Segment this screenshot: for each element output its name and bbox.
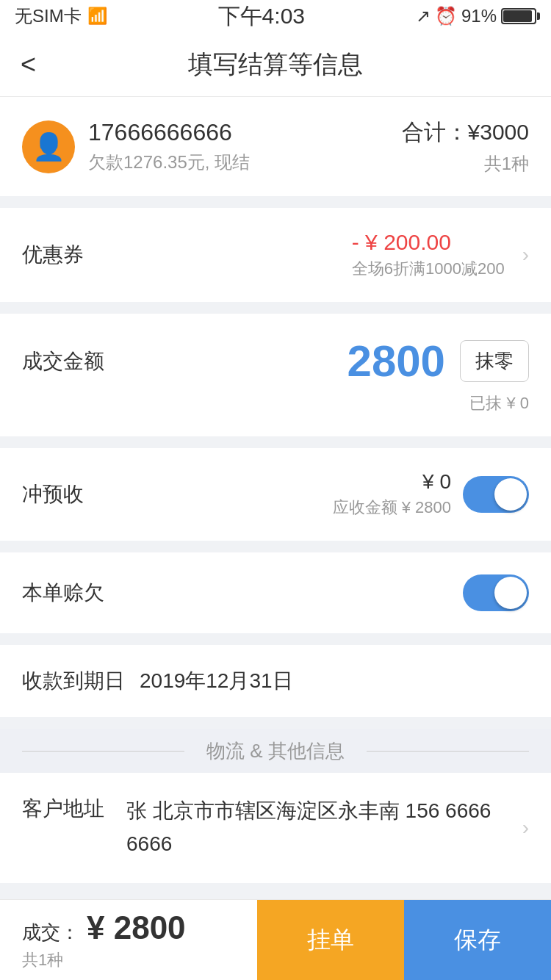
wifi-icon: 📶 bbox=[87, 7, 107, 26]
customer-right: 合计：¥3000 共1种 bbox=[402, 118, 529, 176]
customer-info: 17666666666 欠款1276.35元, 现结 bbox=[88, 119, 250, 174]
round-button[interactable]: 抹零 bbox=[460, 340, 529, 382]
prepay-amount: ¥ 0 bbox=[333, 470, 451, 494]
nav-bar: < 填写结算等信息 bbox=[0, 32, 551, 97]
save-button[interactable]: 保存 bbox=[404, 900, 551, 981]
avatar: 👤 bbox=[22, 120, 75, 173]
divider-line-left bbox=[22, 751, 184, 752]
address-value: 张 北京市市辖区海淀区永丰南 156 6666 6666 bbox=[126, 795, 515, 861]
bottom-deal-count: 共1种 bbox=[22, 949, 235, 971]
address-chevron-icon: › bbox=[522, 816, 529, 840]
status-left: 无SIM卡 📶 bbox=[15, 4, 107, 28]
total-amount: 合计：¥3000 bbox=[402, 118, 529, 148]
deal-amount: 2800 bbox=[347, 336, 445, 386]
total-count: 共1种 bbox=[402, 152, 529, 176]
debt-label: 本单赊欠 bbox=[22, 579, 104, 607]
deal-sub: 已抹 ¥ 0 bbox=[22, 392, 529, 414]
duedate-value: 2019年12月31日 bbox=[140, 667, 293, 695]
coupon-discount: - ¥ 200.00 bbox=[352, 230, 505, 255]
prepay-toggle[interactable] bbox=[463, 476, 529, 513]
chevron-right-icon: › bbox=[522, 243, 529, 267]
divider-line-right bbox=[367, 751, 529, 752]
prepay-sub: 应收金额 ¥ 2800 bbox=[333, 497, 451, 519]
deal-section: 成交金额 2800 抹零 已抹 ¥ 0 bbox=[0, 314, 551, 436]
alarm-icon: ⏰ bbox=[435, 6, 457, 26]
deal-label: 成交金额 bbox=[22, 347, 104, 375]
status-time: 下午4:03 bbox=[218, 1, 305, 32]
prepay-right: ¥ 0 应收金额 ¥ 2800 bbox=[333, 470, 529, 519]
coupon-section: 优惠券 - ¥ 200.00 全场6折满1000减200 › bbox=[0, 208, 551, 302]
status-bar: 无SIM卡 📶 下午4:03 ↗ ⏰ 91% bbox=[0, 0, 551, 32]
prepay-label: 冲预收 bbox=[22, 480, 84, 508]
coupon-right: - ¥ 200.00 全场6折满1000减200 › bbox=[352, 230, 529, 280]
debt-section: 本单赊欠 bbox=[0, 552, 551, 633]
bottom-deal-row: 成交： ¥ 2800 bbox=[22, 909, 235, 946]
debt-toggle-knob bbox=[494, 577, 527, 609]
deal-value-wrap: 2800 抹零 bbox=[347, 336, 529, 386]
toggle-knob bbox=[494, 478, 527, 511]
location-icon: ↗ bbox=[416, 6, 431, 26]
prepay-amount-wrap: ¥ 0 应收金额 ¥ 2800 bbox=[333, 470, 451, 519]
coupon-row[interactable]: 优惠券 - ¥ 200.00 全场6折满1000减200 › bbox=[0, 208, 551, 302]
bottom-deal-amount: ¥ 2800 bbox=[87, 909, 186, 946]
prepay-section: 冲预收 ¥ 0 应收金额 ¥ 2800 bbox=[0, 448, 551, 541]
avatar-icon: 👤 bbox=[32, 131, 65, 162]
customer-debt: 欠款1276.35元, 现结 bbox=[88, 151, 250, 174]
no-sim-text: 无SIM卡 bbox=[15, 4, 82, 28]
customer-left: 👤 17666666666 欠款1276.35元, 现结 bbox=[22, 119, 250, 174]
hang-button[interactable]: 挂单 bbox=[257, 900, 404, 981]
customer-card: 👤 17666666666 欠款1276.35元, 现结 合计：¥3000 共1… bbox=[0, 97, 551, 196]
page-title: 填写结算等信息 bbox=[188, 48, 363, 82]
address-section[interactable]: 客户地址 张 北京市市辖区海淀区永丰南 156 6666 6666 › bbox=[0, 773, 551, 883]
coupon-desc: 全场6折满1000减200 bbox=[352, 258, 505, 280]
customer-phone: 17666666666 bbox=[88, 119, 250, 146]
battery-percent: 91% bbox=[461, 6, 497, 26]
bottom-left: 成交： ¥ 2800 共1种 bbox=[0, 909, 257, 971]
address-label: 客户地址 bbox=[22, 795, 104, 823]
logistics-divider: 物流 & 其他信息 bbox=[0, 729, 551, 773]
debt-toggle[interactable] bbox=[463, 574, 529, 611]
status-right: ↗ ⏰ 91% bbox=[416, 6, 536, 26]
duedate-label: 收款到期日 bbox=[22, 667, 125, 695]
battery-icon bbox=[501, 8, 536, 24]
prepay-row: 冲预收 ¥ 0 应收金额 ¥ 2800 bbox=[22, 470, 529, 519]
page-content: 👤 17666666666 欠款1276.35元, 现结 合计：¥3000 共1… bbox=[0, 97, 551, 980]
back-button[interactable]: < bbox=[21, 49, 36, 80]
deal-row: 成交金额 2800 抹零 bbox=[22, 336, 529, 386]
bottom-bar: 成交： ¥ 2800 共1种 挂单 保存 bbox=[0, 899, 551, 980]
coupon-label: 优惠券 bbox=[22, 241, 84, 269]
duedate-section: 收款到期日 2019年12月31日 bbox=[0, 645, 551, 717]
bottom-deal-label: 成交： bbox=[22, 920, 79, 945]
divider-text: 物流 & 其他信息 bbox=[206, 738, 345, 764]
